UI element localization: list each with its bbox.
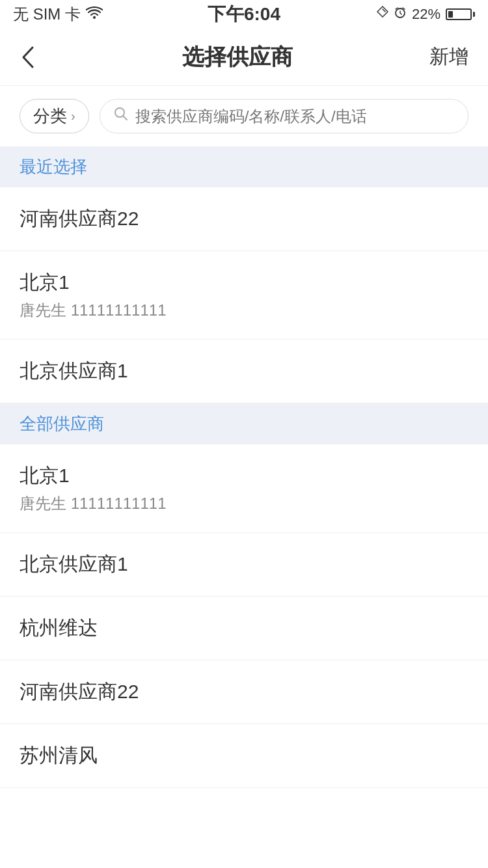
location-icon (377, 6, 388, 23)
filter-bar: 分类 › (0, 86, 488, 146)
recent-list: 河南供应商22 北京1 唐先生 11111111111 北京供应商1 (0, 187, 488, 403)
list-item[interactable]: 北京供应商1 (0, 533, 488, 597)
status-bar: 无 SIM 卡 下午6:04 (0, 0, 488, 29)
status-right: 22% (377, 6, 475, 23)
list-item[interactable]: 杭州维达 (0, 597, 488, 660)
status-left: 无 SIM 卡 (13, 4, 103, 25)
list-item[interactable]: 北京1 唐先生 11111111111 (0, 444, 488, 533)
page-title: 选择供应商 (182, 42, 293, 72)
search-icon (113, 106, 129, 126)
search-input[interactable] (135, 107, 455, 126)
all-section-label: 全部供应商 (20, 414, 104, 433)
list-item[interactable]: 河南供应商22 (0, 187, 488, 251)
back-button[interactable] (20, 45, 59, 70)
all-section-header: 全部供应商 (0, 403, 488, 444)
wifi-icon (86, 5, 103, 23)
all-list: 北京1 唐先生 11111111111 北京供应商1 杭州维达 河南供应商22 … (0, 444, 488, 788)
battery-icon (446, 8, 475, 20)
recent-section-header: 最近选择 (0, 146, 488, 187)
category-label: 分类 (33, 105, 67, 128)
category-button[interactable]: 分类 › (20, 99, 89, 133)
alarm-icon (394, 6, 407, 23)
search-box[interactable] (100, 99, 468, 133)
list-item[interactable]: 北京1 唐先生 11111111111 (0, 251, 488, 340)
battery-percentage: 22% (412, 6, 441, 23)
add-button[interactable]: 新增 (416, 44, 468, 70)
status-time: 下午6:04 (208, 2, 280, 27)
svg-point-0 (93, 16, 96, 19)
nav-bar: 选择供应商 新增 (0, 29, 488, 86)
list-item[interactable]: 河南供应商22 (0, 660, 488, 724)
carrier-text: 无 SIM 卡 (13, 4, 81, 25)
chevron-right-icon: › (71, 109, 75, 124)
list-item[interactable]: 苏州清风 (0, 724, 488, 788)
list-item[interactable]: 北京供应商1 (0, 340, 488, 403)
recent-section-label: 最近选择 (20, 157, 87, 176)
